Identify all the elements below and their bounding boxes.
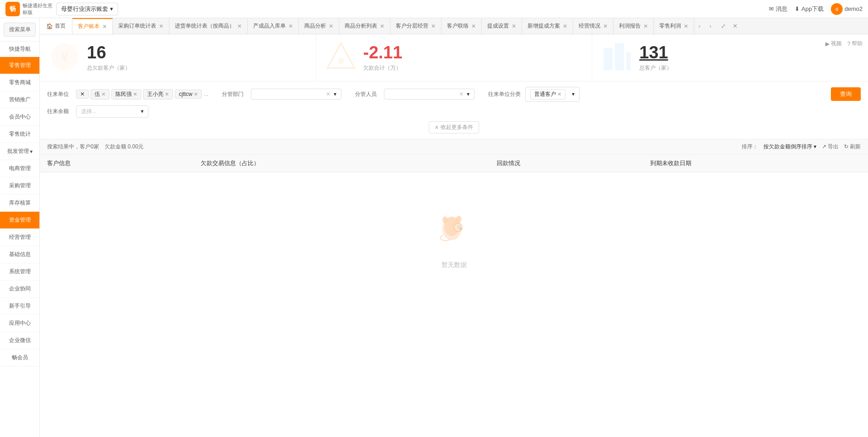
sidebar-item-system[interactable]: 系统管理 (0, 263, 39, 280)
tab-production-inbound[interactable]: 产成品入库单 ✕ (248, 18, 299, 34)
sidebar-item-app-center[interactable]: 应用中心 (0, 315, 39, 332)
sidebar-item-vip[interactable]: 畅会员 (0, 349, 39, 366)
table-header-row: 客户信息 欠款交易信息（占比） 回款情况 到期未收款日期 (40, 155, 868, 172)
tag-close-icon[interactable]: ✕ (194, 91, 198, 97)
unit-tag-all[interactable]: ✕ (76, 90, 89, 99)
sidebar-item-cooperation[interactable]: 企业协同 (0, 280, 39, 298)
tab-customer-contact[interactable]: 客户联络 ✕ (441, 18, 482, 34)
category-select[interactable]: 普通客户 ✕ ▾ (525, 87, 580, 102)
svg-point-12 (442, 216, 448, 223)
sidebar-item-wechat[interactable]: 企业微信 (0, 332, 39, 349)
balance-select[interactable]: 选择... ▾ (76, 105, 149, 118)
stat-label-customers: 总欠款客户（家） (87, 64, 130, 72)
sidebar-item-operations[interactable]: 经营管理 (0, 229, 39, 246)
help-icon: ? (847, 41, 850, 47)
messages-btn[interactable]: ✉ 消息 (769, 5, 787, 13)
tab-close-icon[interactable]: ✕ (684, 23, 688, 29)
top-bar: 畅 畅捷通好生意 标版 母婴行业演示账套 ▾ ✉ 消息 ⬇ App下载 d de… (0, 0, 868, 18)
tab-nav-right[interactable]: › (705, 18, 716, 34)
tab-close-all-btn[interactable]: ✕ (729, 18, 740, 34)
tab-customer-tier[interactable]: 客户分层经营 ✕ (390, 18, 441, 34)
tab-retail-profit[interactable]: 零售利润 ✕ (654, 18, 694, 34)
unit-tag-cjttcw[interactable]: cjttcw ✕ (175, 90, 202, 99)
sidebar-item-purchase[interactable]: 采购管理 (0, 177, 39, 195)
sidebar-item-finance[interactable]: 资金管理 (0, 212, 39, 229)
tab-close-icon[interactable]: ✕ (288, 23, 293, 29)
tag-close-icon[interactable]: ✕ (133, 91, 137, 97)
app-download-btn[interactable]: ⬇ App下载 (795, 5, 824, 13)
tab-expand-btn[interactable]: ⤢ (718, 18, 729, 34)
sidebar-item-inventory[interactable]: 库存核算 (0, 195, 39, 212)
tab-close-icon[interactable]: ✕ (237, 23, 242, 29)
tab-close-icon[interactable]: ✕ (603, 23, 608, 29)
tab-purchase-order[interactable]: 采购订单统计表 ✕ (113, 18, 169, 34)
balance-label: 往来余额 (47, 108, 72, 115)
tab-close-icon[interactable]: ✕ (643, 23, 648, 29)
sidebar-item-ecommerce[interactable]: 电商管理 (0, 160, 39, 177)
sidebar-item-retail-mall[interactable]: 零售商城 (0, 74, 39, 91)
user-menu[interactable]: d demo2 (831, 3, 863, 15)
unit-tag-wu[interactable]: 伍 ✕ (91, 89, 110, 100)
category-tag[interactable]: 普通客户 ✕ (530, 89, 566, 100)
tag-close-icon[interactable]: ✕ (101, 91, 106, 97)
svg-text:⊕: ⊕ (337, 56, 345, 66)
tab-close-icon[interactable]: ✕ (431, 23, 436, 29)
tab-new-commission[interactable]: 新增提成方案 ✕ (522, 18, 573, 34)
tab-goods-analysis-list[interactable]: 商品分析列表 ✕ (339, 18, 390, 34)
stat-bg-icon-2: ⊕ (325, 41, 357, 74)
unit-tag-wang[interactable]: 王小亮 ✕ (143, 89, 173, 100)
dept-select[interactable]: ✕ ▾ (251, 89, 341, 100)
tab-close-icon[interactable]: ✕ (102, 24, 107, 30)
chevron-down-icon: ▾ (334, 91, 336, 97)
tab-profit-report[interactable]: 利润报告 ✕ (614, 18, 654, 34)
quick-nav-button[interactable]: 快捷导航 (0, 42, 39, 57)
clear-icon[interactable]: ✕ (326, 91, 331, 97)
sidebar-item-newbie[interactable]: 新手引导 (0, 298, 39, 315)
tag-close-icon[interactable]: ✕ (165, 91, 169, 97)
tab-actions: ⤢ ✕ (716, 18, 742, 34)
tab-nav-left[interactable]: ‹ (694, 18, 705, 34)
video-action-btn[interactable]: ▶ 视频 (825, 40, 842, 48)
sort-select[interactable]: 按欠款金额倒序排序 ▾ (763, 143, 816, 151)
help-action-btn[interactable]: ? 帮助 (847, 40, 863, 48)
stat-value-amount: -2.11 (363, 43, 403, 62)
svg-text:¥: ¥ (61, 50, 68, 64)
search-menu-button[interactable]: 搜索菜单 (4, 23, 36, 37)
tab-close-icon[interactable]: ✕ (329, 23, 333, 29)
tab-goods-analysis[interactable]: 商品分析 ✕ (299, 18, 339, 34)
stats-header: ¥ 16 总欠款客户（家） ⊕ -2.11 欠款合计（万） (40, 34, 868, 81)
account-selector[interactable]: 母婴行业演示账套 ▾ (56, 3, 118, 15)
unit-tag-chen[interactable]: 陈民强 ✕ (111, 89, 141, 100)
sidebar-item-retail[interactable]: 零售管理 (0, 57, 39, 74)
svg-point-13 (456, 216, 461, 223)
filter-more-btn[interactable]: ... (204, 91, 208, 97)
tab-inbound-stats[interactable]: 进货单统计表（按商品） ✕ (169, 18, 248, 34)
tab-home[interactable]: 🏠 首页 (40, 18, 72, 34)
tab-customer-ledger[interactable]: 客户账本 ✕ (72, 18, 113, 34)
dept-select-actions: ✕ ▾ (326, 91, 336, 97)
tab-close-icon[interactable]: ✕ (563, 23, 567, 29)
tab-operations[interactable]: 经营情况 ✕ (573, 18, 614, 34)
tag-close-icon[interactable]: ✕ (557, 91, 561, 97)
query-button[interactable]: 查询 (831, 87, 861, 101)
refresh-button[interactable]: ↻ 刷新 (844, 143, 861, 151)
clear-icon[interactable]: ✕ (459, 91, 464, 97)
tab-close-icon[interactable]: ✕ (471, 23, 476, 29)
sidebar-item-basic-info[interactable]: 基础信息 (0, 246, 39, 263)
message-icon: ✉ (769, 5, 774, 12)
tab-close-icon[interactable]: ✕ (512, 23, 516, 29)
sidebar-item-member[interactable]: 会员中心 (0, 109, 39, 126)
logo-icon: 畅 (5, 2, 20, 16)
chevron-down-icon: ▾ (572, 91, 575, 97)
person-select[interactable]: ✕ ▾ (384, 89, 475, 100)
tab-close-icon[interactable]: ✕ (159, 23, 163, 29)
dept-label: 分管部门 (222, 90, 246, 98)
collapse-row: ∧ 收起更多条件 (47, 121, 861, 133)
export-button[interactable]: ↗ 导出 (822, 143, 839, 151)
sidebar-item-retail-stats[interactable]: 零售统计 (0, 126, 39, 143)
tab-close-icon[interactable]: ✕ (380, 23, 384, 29)
sidebar-item-marketing[interactable]: 营销推广 (0, 91, 39, 109)
sidebar-item-wholesale[interactable]: 批发管理 ▾ (0, 143, 39, 160)
collapse-button[interactable]: ∧ 收起更多条件 (429, 121, 479, 133)
tab-commission-settings[interactable]: 提成设置 ✕ (482, 18, 522, 34)
